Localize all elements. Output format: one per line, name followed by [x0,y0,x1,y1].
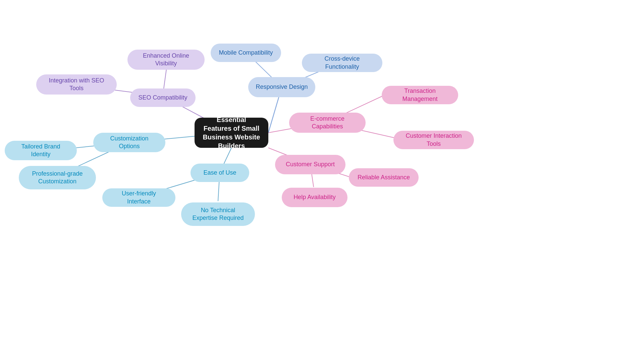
node-user-friendly: User-friendly Interface [102,188,175,207]
node-integration-seo: Integration with SEO Tools [36,74,117,95]
node-mobile-compatibility: Mobile Compatibility [211,44,281,62]
node-professional-grade: Professional-grade Customization [19,166,96,189]
node-responsive-design: Responsive Design [248,77,315,97]
node-help-availability: Help Availability [282,188,347,207]
node-ecommerce: E-commerce Capabilities [289,113,366,133]
node-enhanced-online: Enhanced Online Visibility [127,50,205,70]
node-customization-options: Customization Options [93,133,165,152]
center-node: Essential Features of Small Business Web… [195,118,268,148]
node-tailored-brand: Tailored Brand Identity [5,141,77,160]
node-customer-interaction: Customer Interaction Tools [393,131,474,149]
node-reliable-assistance: Reliable Assistance [349,168,419,187]
node-seo-compatibility: SEO Compatibility [130,88,196,107]
node-cross-device: Cross-device Functionality [302,54,382,72]
node-customer-support: Customer Support [275,155,345,174]
node-transaction: Transaction Management [382,86,458,104]
node-no-technical: No Technical Expertise Required [181,202,255,226]
node-ease-of-use: Ease of Use [191,164,249,182]
